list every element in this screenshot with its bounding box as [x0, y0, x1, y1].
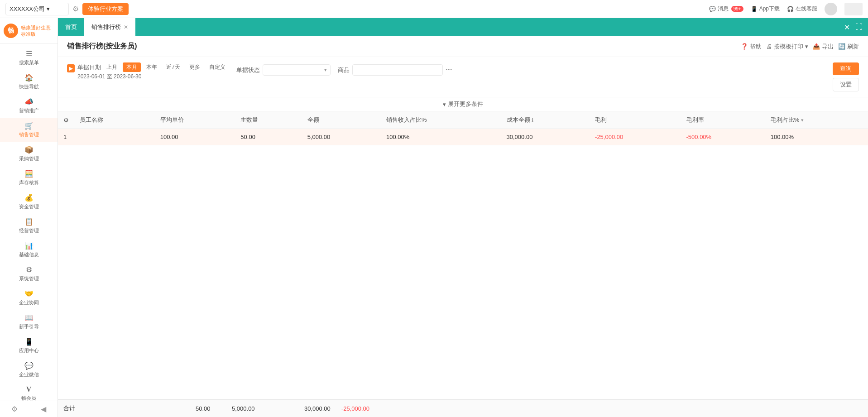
col-cost: 成本全额 ℹ	[501, 111, 590, 129]
print-dropdown-icon: ▾	[805, 43, 808, 50]
message-btn[interactable]: 💬 消息 99+	[709, 5, 743, 13]
help-btn[interactable]: ❓ 帮助	[741, 43, 762, 51]
sidebar-item-marketing[interactable]: 📣 营销推广	[0, 94, 58, 118]
sidebar-item-label: 新手引导	[19, 323, 39, 330]
settings-icon[interactable]: ⚙	[72, 5, 79, 13]
date-tab-this-month[interactable]: 本月	[123, 62, 141, 72]
sidebar-item-enterprise[interactable]: 🤝 企业协同	[0, 286, 58, 310]
company-selector[interactable]: XXXXXX公司 ▾	[5, 3, 69, 15]
table-wrap: ⚙ 员工名称 平均单价 主数量 全额 销售收入占比% 成本全额 ℹ 毛利 毛利率…	[58, 111, 868, 399]
sidebar-item-guide[interactable]: 📖 新手引导	[0, 310, 58, 334]
tab-sales-rank[interactable]: 销售排行榜 ✕	[84, 18, 135, 36]
page-header: 销售排行榜(按业务员) ❓ 帮助 🖨 按模板打印 ▾ 📤	[58, 36, 868, 57]
sidebar-item-label: 系统管理	[19, 275, 39, 282]
collapse-sidebar-icon[interactable]: ◀	[41, 405, 46, 413]
sidebar-item-operations[interactable]: 📋 经营管理	[0, 214, 58, 238]
sidebar-item-label: 快捷导航	[19, 83, 39, 90]
cell-gross-rate: -500.00%	[681, 129, 765, 145]
date-filter-label: 单据日期	[77, 63, 101, 72]
enterprise-icon: 🤝	[24, 289, 34, 298]
sidebar-item-label: 畅会员	[21, 395, 36, 401]
app-download-btn[interactable]: 📱 App下载	[751, 5, 780, 13]
date-range-display: 2023-06-01 至 2023-06-30	[77, 73, 229, 81]
member-icon: V	[26, 385, 32, 393]
expand-conditions-bar[interactable]: ▾ 展开更多条件	[58, 97, 868, 111]
user-name-area	[844, 3, 863, 15]
trial-btn[interactable]: 体验行业方案	[82, 3, 129, 15]
col-sales-pct: 销售收入占比%	[381, 111, 501, 129]
message-icon: 💬	[709, 6, 716, 12]
sidebar-item-member[interactable]: V 畅会员	[0, 382, 58, 401]
close-window-icon[interactable]: ✕	[844, 23, 850, 32]
purchase-icon: 📦	[24, 145, 34, 154]
wechat-icon: 💬	[24, 361, 34, 370]
date-tab-this-year[interactable]: 本年	[143, 62, 161, 72]
sidebar-item-system[interactable]: ⚙ 系统管理	[0, 262, 58, 286]
sidebar-item-label: 搜索菜单	[19, 59, 39, 66]
sidebar-item-search[interactable]: ☰ 搜索菜单	[0, 46, 58, 70]
marketing-icon: 📣	[24, 97, 34, 106]
tab-home-label: 首页	[65, 23, 77, 31]
col-gross-rate: 毛利率	[681, 111, 765, 129]
help-label: 帮助	[750, 43, 762, 51]
sidebar-item-wechat[interactable]: 💬 企业微信	[0, 358, 58, 382]
cell-gross: -25,000.00	[590, 129, 681, 145]
settings-bottom-icon[interactable]: ⚙	[11, 405, 18, 413]
date-tab-custom[interactable]: 自定义	[206, 62, 229, 72]
sidebar-item-purchase[interactable]: 📦 采购管理	[0, 142, 58, 166]
sidebar-item-label: 采购管理	[19, 155, 39, 162]
footer-quantity: 50.00	[190, 405, 226, 412]
status-filter-label: 单据状态	[236, 66, 260, 74]
sidebar-item-finance[interactable]: 💰 资金管理	[0, 190, 58, 214]
restore-window-icon[interactable]: ⛶	[855, 23, 863, 31]
status-filter-select[interactable]	[263, 64, 331, 76]
export-btn[interactable]: 📤 导出	[813, 43, 834, 51]
cell-rank: 1	[58, 129, 74, 145]
question-icon: ❓	[741, 43, 748, 50]
sidebar-item-label: 基础信息	[19, 251, 39, 258]
avatar[interactable]	[825, 3, 837, 15]
sidebar-item-app-center[interactable]: 📱 应用中心	[0, 334, 58, 358]
col-avg-price: 平均单价	[155, 111, 235, 129]
operations-icon: 📋	[24, 217, 34, 226]
goods-filter-input[interactable]	[352, 64, 443, 76]
sidebar-item-label: 销售管理	[19, 131, 39, 138]
sidebar-item-inventory[interactable]: 🧮 库存核算	[0, 166, 58, 190]
sidebar-item-label: 企业协同	[19, 299, 39, 306]
online-service-btn[interactable]: 🎧 在线客服	[787, 5, 817, 13]
guide-icon: 📖	[24, 313, 34, 322]
sidebar-bottom: ⚙ ◀	[0, 401, 58, 417]
cell-cost: 30,000.00	[501, 129, 590, 145]
cell-avg-price: 100.00	[155, 129, 235, 145]
refresh-label: 刷新	[847, 43, 859, 51]
basic-info-icon: 📊	[24, 241, 34, 250]
export-icon: 📤	[813, 43, 820, 50]
table-settings-icon[interactable]: ⚙	[63, 117, 69, 124]
sidebar-menu: ☰ 搜索菜单 🏠 快捷导航 📣 营销推广 🛒 销售管理 📦 采购管理	[0, 44, 58, 401]
col-gross-pct: 毛利占比% ▾	[765, 111, 868, 129]
logo-text: 畅康通好生意标准版	[21, 24, 51, 38]
refresh-btn[interactable]: 🔄 刷新	[838, 43, 859, 51]
col-settings[interactable]: ⚙	[58, 111, 74, 129]
tab-close-icon[interactable]: ✕	[124, 24, 128, 30]
sidebar-item-sales[interactable]: 🛒 销售管理	[0, 118, 58, 142]
tab-home[interactable]: 首页	[58, 18, 84, 36]
sidebar-item-shortcut[interactable]: 🏠 快捷导航	[0, 70, 58, 94]
finance-icon: 💰	[24, 193, 34, 202]
date-tab-more[interactable]: 更多	[186, 62, 204, 72]
date-tab-last-month[interactable]: 上月	[103, 62, 121, 72]
page-title: 销售排行榜(按业务员)	[67, 42, 137, 57]
settings-button[interactable]: 设置	[833, 78, 859, 91]
date-tab-7days[interactable]: 近7天	[163, 62, 184, 72]
expand-btn[interactable]: ▾ 展开更多条件	[443, 100, 483, 108]
refresh-icon: 🔄	[838, 43, 845, 50]
more-options-dots[interactable]: ···	[446, 65, 452, 75]
sidebar-item-basic-info[interactable]: 📊 基础信息	[0, 238, 58, 262]
query-button[interactable]: 查询	[833, 62, 859, 75]
col-gross: 毛利	[590, 111, 681, 129]
cell-sales-pct: 100.00%	[381, 129, 501, 145]
sidebar-item-label: 资金管理	[19, 203, 39, 210]
filter-expand-arrow[interactable]: ▶	[67, 64, 75, 72]
template-print-btn[interactable]: 🖨 按模板打印 ▾	[766, 43, 808, 51]
sidebar-logo: 畅 畅康通好生意标准版	[0, 18, 58, 44]
